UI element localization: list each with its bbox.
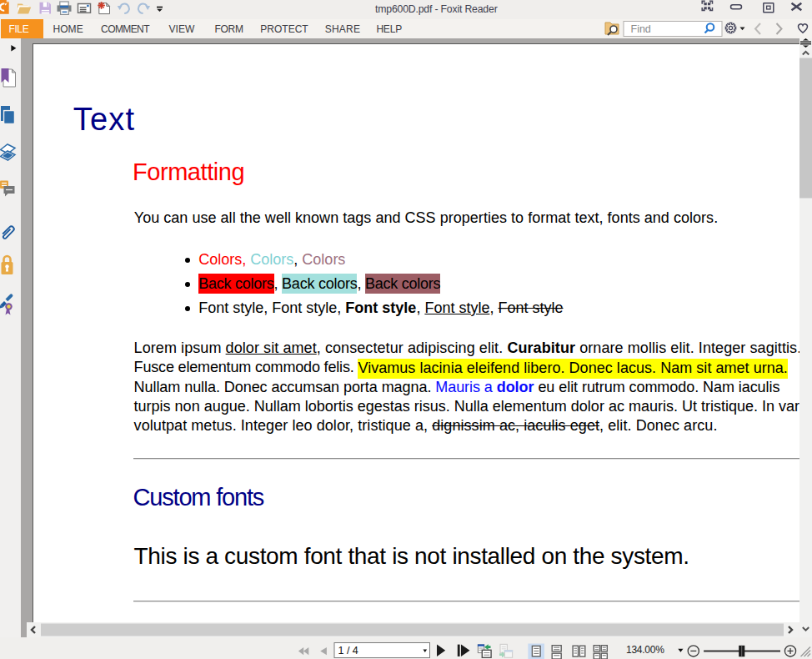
svg-text:Find: Find <box>631 23 651 35</box>
svg-text:134.00%: 134.00% <box>626 644 664 656</box>
svg-text:1 / 4: 1 / 4 <box>338 645 358 656</box>
